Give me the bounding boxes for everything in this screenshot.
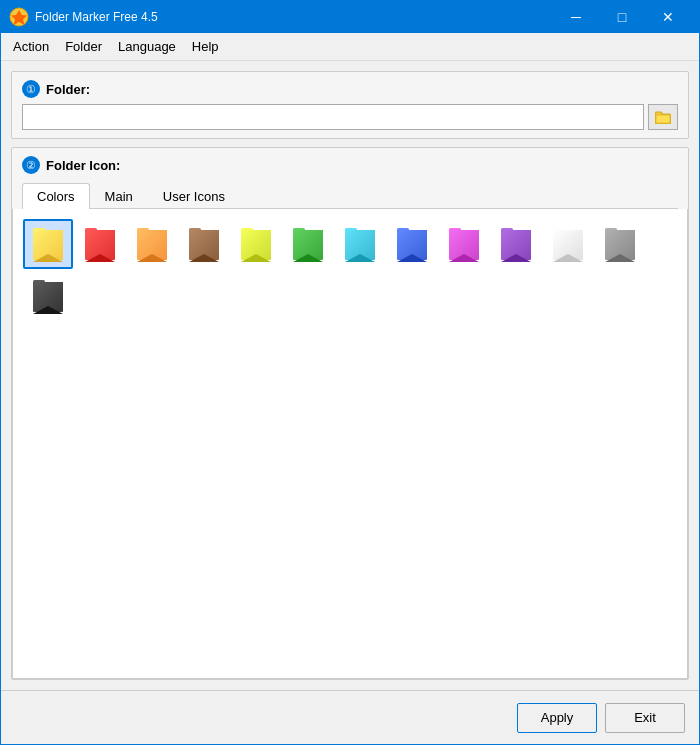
- color-icon-10[interactable]: [543, 219, 593, 269]
- color-icon-8[interactable]: [439, 219, 489, 269]
- apply-button[interactable]: Apply: [517, 703, 597, 733]
- color-icon-9[interactable]: [491, 219, 541, 269]
- menu-bar: Action Folder Language Help: [1, 33, 699, 61]
- tab-content-colors: [12, 209, 688, 679]
- window-controls: ─ □ ✕: [553, 1, 691, 33]
- menu-language[interactable]: Language: [110, 35, 184, 58]
- folder-input[interactable]: [22, 104, 644, 130]
- menu-action[interactable]: Action: [5, 35, 57, 58]
- title-bar: Folder Marker Free 4.5 ─ □ ✕: [1, 1, 699, 33]
- browse-button[interactable]: [648, 104, 678, 130]
- app-icon: [9, 7, 29, 27]
- color-icon-4[interactable]: [231, 219, 281, 269]
- color-icon-12[interactable]: [23, 271, 73, 321]
- minimize-button[interactable]: ─: [553, 1, 599, 33]
- tabs: Colors Main User Icons: [22, 182, 678, 209]
- color-icon-5[interactable]: [283, 219, 333, 269]
- icon-section-header: ② Folder Icon: Colors Main User Icons: [12, 148, 688, 209]
- folder-section: ① Folder:: [11, 71, 689, 139]
- color-icons-grid: [23, 219, 677, 321]
- folder-input-row: [22, 104, 678, 130]
- color-icon-0[interactable]: [23, 219, 73, 269]
- menu-folder[interactable]: Folder: [57, 35, 110, 58]
- color-icon-2[interactable]: [127, 219, 177, 269]
- folder-icon-label: Folder Icon:: [46, 158, 120, 173]
- color-icon-6[interactable]: [335, 219, 385, 269]
- tab-user-icons[interactable]: User Icons: [148, 183, 240, 209]
- color-icon-11[interactable]: [595, 219, 645, 269]
- color-icon-7[interactable]: [387, 219, 437, 269]
- tab-main[interactable]: Main: [90, 183, 148, 209]
- exit-button[interactable]: Exit: [605, 703, 685, 733]
- footer: Apply Exit: [1, 690, 699, 744]
- maximize-button[interactable]: □: [599, 1, 645, 33]
- folder-label: Folder:: [46, 82, 90, 97]
- close-button[interactable]: ✕: [645, 1, 691, 33]
- color-icon-1[interactable]: [75, 219, 125, 269]
- title-bar-text: Folder Marker Free 4.5: [35, 10, 553, 24]
- main-content: ① Folder: ② Folder Icon:: [1, 61, 699, 690]
- main-window: Folder Marker Free 4.5 ─ □ ✕ Action Fold…: [0, 0, 700, 745]
- tab-colors[interactable]: Colors: [22, 183, 90, 209]
- step2-badge: ②: [22, 156, 40, 174]
- icon-section: ② Folder Icon: Colors Main User Icons: [11, 147, 689, 680]
- icon-section-label: ② Folder Icon:: [22, 156, 678, 174]
- folder-section-label: ① Folder:: [22, 80, 678, 98]
- menu-help[interactable]: Help: [184, 35, 227, 58]
- step1-badge: ①: [22, 80, 40, 98]
- color-icon-3[interactable]: [179, 219, 229, 269]
- svg-rect-4: [656, 115, 670, 123]
